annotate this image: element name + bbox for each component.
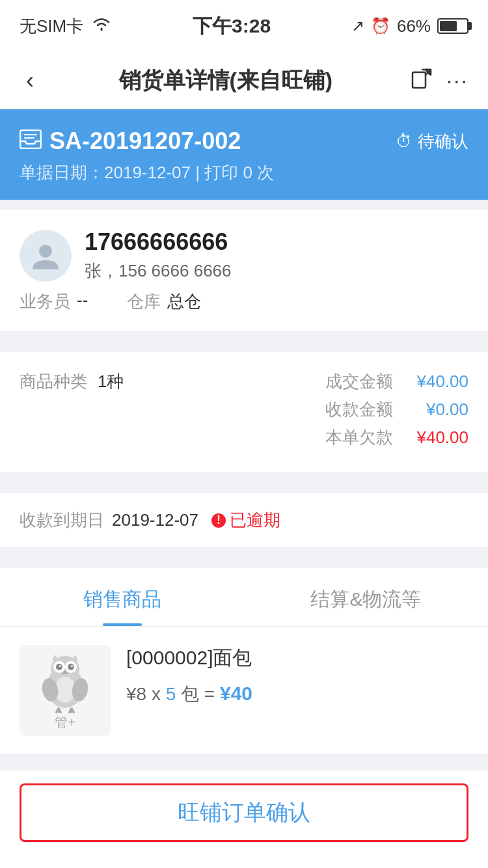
due-date-section: 收款到期日 2019-12-07 ! 已逾期	[0, 493, 488, 547]
order-number-row: SA-20191207-002 ⏱ 待确认	[20, 128, 468, 155]
battery-icon	[437, 18, 468, 34]
divider-2	[0, 342, 488, 352]
location-icon: ↗	[351, 17, 364, 35]
order-inbox-icon	[20, 129, 42, 154]
svg-point-12	[59, 665, 61, 667]
sales-rep-label: 业务员	[20, 290, 70, 313]
warehouse-item: 仓库 总仓	[127, 290, 201, 313]
customer-name: 张，156 6666 6666	[85, 260, 232, 282]
battery-label: 66%	[397, 16, 431, 36]
received-amount-line: 收款金额 ¥0.00	[325, 398, 468, 421]
page-title: 销货单详情(来自旺铺)	[119, 66, 333, 96]
clock-icon: ⏱	[396, 131, 413, 152]
nav-bar: ‹ 销货单详情(来自旺铺) ···	[0, 52, 488, 109]
amounts-row: 商品种类 1种 成交金额 ¥40.00 收款金额 ¥0.00 本单欠款 ¥40.…	[20, 370, 468, 454]
share-icon[interactable]	[411, 67, 433, 94]
product-thumbnail: 管+	[20, 645, 111, 736]
tab-sales-products[interactable]: 销售商品	[0, 568, 244, 626]
amounts-right: 成交金额 ¥40.00 收款金额 ¥0.00 本单欠款 ¥40.00	[325, 370, 468, 454]
more-icon[interactable]: ···	[446, 68, 468, 93]
sales-rep-item: 业务员 --	[20, 290, 88, 313]
avatar	[20, 230, 72, 282]
warehouse-value: 总仓	[167, 290, 201, 313]
product-total: ¥40	[220, 683, 252, 704]
alarm-icon: ⏰	[371, 17, 390, 35]
transaction-amount-line: 成交金额 ¥40.00	[325, 370, 468, 393]
svg-point-11	[68, 664, 74, 670]
back-button[interactable]: ‹	[20, 61, 40, 101]
overdue-badge: ! 已逾期	[211, 509, 280, 532]
received-amount-label: 收款金额	[325, 398, 393, 421]
product-name: [0000002]面包	[126, 645, 468, 671]
svg-rect-0	[413, 72, 426, 88]
carrier-label: 无SIM卡	[20, 15, 83, 38]
due-date-label: 收款到期日	[20, 509, 104, 532]
status-bar-time: 下午3:28	[193, 13, 271, 40]
overdue-text: 已逾期	[230, 509, 280, 532]
product-brand-label: 管+	[33, 714, 98, 731]
due-amount-line: 本单欠款 ¥40.00	[325, 426, 468, 449]
svg-point-13	[71, 665, 73, 667]
customer-row: 17666666666 张，156 6666 6666	[20, 228, 468, 282]
transaction-amount-value: ¥40.00	[403, 372, 468, 392]
product-price-row: ¥8 x 5 包 = ¥40	[126, 682, 468, 707]
product-item: 管+ [0000002]面包 ¥8 x 5 包 = ¥40	[0, 627, 488, 754]
confirm-order-button[interactable]: 旺铺订单确认	[20, 783, 468, 842]
product-type-value: 1种	[98, 370, 124, 393]
wifi-icon	[91, 16, 112, 37]
status-bar-right: ↗ ⏰ 66%	[351, 16, 468, 36]
due-date-value: 2019-12-07	[112, 510, 198, 530]
svg-point-10	[56, 664, 62, 670]
due-amount-label: 本单欠款	[325, 426, 393, 449]
order-date: 单据日期：2019-12-07 | 打印 0 次	[20, 161, 468, 184]
received-amount-value: ¥0.00	[403, 400, 468, 420]
svg-point-5	[39, 245, 52, 258]
product-image-placeholder: 管+	[33, 649, 98, 731]
bottom-btn-area: 旺铺订单确认	[0, 770, 488, 868]
status-bar: 无SIM卡 下午3:28 ↗ ⏰ 66%	[0, 0, 488, 52]
status-text: 待确认	[418, 130, 468, 153]
amounts-section: 商品种类 1种 成交金额 ¥40.00 收款金额 ¥0.00 本单欠款 ¥40.…	[0, 352, 488, 472]
status-bar-left: 无SIM卡	[20, 15, 112, 38]
svg-rect-2	[20, 130, 41, 148]
divider-1	[0, 200, 488, 210]
order-status: ⏱ 待确认	[396, 130, 468, 153]
overdue-icon: !	[211, 513, 226, 528]
order-number: SA-20191207-002	[20, 128, 241, 155]
product-info: [0000002]面包 ¥8 x 5 包 = ¥40	[126, 645, 468, 707]
order-id: SA-20191207-002	[49, 128, 241, 155]
divider-4	[0, 558, 488, 568]
warehouse-label: 仓库	[127, 290, 161, 313]
customer-section: 17666666666 张，156 6666 6666 业务员 -- 仓库 总仓	[0, 210, 488, 331]
product-qty: 5	[166, 684, 176, 704]
customer-phone: 17666666666	[85, 228, 232, 256]
due-amount-value: ¥40.00	[403, 427, 468, 448]
sales-rep-value: --	[77, 290, 88, 313]
product-type-info: 商品种类 1种	[20, 370, 124, 393]
tab-settlement[interactable]: 结算&物流等	[244, 568, 488, 626]
product-type-label: 商品种类	[20, 370, 87, 393]
customer-meta: 业务员 -- 仓库 总仓	[20, 290, 468, 313]
nav-actions: ···	[411, 67, 468, 94]
transaction-amount-label: 成交金额	[325, 370, 393, 393]
tabs-section: 销售商品 结算&物流等	[0, 568, 488, 627]
customer-info: 17666666666 张，156 6666 6666	[85, 228, 232, 282]
divider-3	[0, 483, 488, 493]
order-header-card: SA-20191207-002 ⏱ 待确认 单据日期：2019-12-07 | …	[0, 109, 488, 200]
